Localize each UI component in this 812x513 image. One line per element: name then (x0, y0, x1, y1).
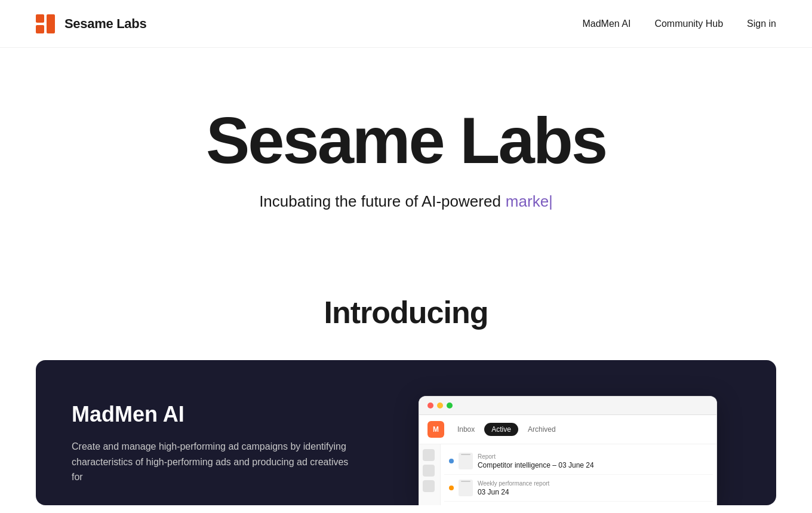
mock-tab-active[interactable]: Active (484, 423, 518, 436)
mock-app-content: M Inbox Active Archived (419, 415, 716, 505)
mock-sidebar (419, 444, 441, 505)
mock-app-header: M Inbox Active Archived (419, 415, 716, 444)
mock-app-avatar: M (427, 421, 444, 438)
mock-list-label-2: Weekly performance report (478, 480, 708, 487)
mock-app-body: Report Competitor intelligence – 03 June… (419, 444, 716, 505)
mock-app-window: M Inbox Active Archived (419, 396, 717, 505)
hero-subtitle-highlight: marke| (506, 192, 553, 211)
product-card-content: MadMen AI Create and manage high-perform… (72, 396, 359, 485)
mock-list-title-1: Competitor intelligence – 03 June 24 (478, 461, 708, 469)
mock-sidebar-icon-2 (423, 465, 435, 477)
mock-doc-icon-1 (459, 453, 473, 469)
svg-rect-0 (36, 14, 44, 23)
nav-link-madmen-ai[interactable]: MadMen AI (582, 19, 630, 29)
logo-text: Sesame Labs (64, 16, 146, 32)
hero-subtitle: Incubating the future of AI-powered mark… (259, 192, 553, 211)
svg-rect-1 (36, 25, 44, 33)
mock-list-label-1: Report (478, 453, 708, 460)
mock-dot-green (447, 403, 453, 408)
mock-tab-archived[interactable]: Archived (521, 423, 563, 436)
mock-list: Report Competitor intelligence – 03 June… (441, 444, 716, 505)
hero-section: Sesame Labs Incubating the future of AI-… (0, 48, 812, 259)
mock-sidebar-icon-3 (423, 480, 435, 492)
mock-tabs: Inbox Active Archived (450, 423, 563, 436)
product-card: MadMen AI Create and manage high-perform… (36, 360, 776, 505)
mock-tab-inbox[interactable]: Inbox (450, 423, 482, 436)
product-card-desc: Create and manage high-performing ad cam… (72, 439, 358, 485)
mock-dot-red (427, 403, 433, 408)
navigation: Sesame Labs MadMen AI Community Hub Sign… (0, 0, 812, 48)
product-card-title: MadMen AI (72, 402, 359, 427)
mock-list-title-2: 03 Jun 24 (478, 488, 708, 496)
hero-subtitle-prefix: Incubating the future of AI-powered (259, 192, 501, 211)
nav-links: MadMen AI Community Hub Sign in (582, 19, 776, 29)
introducing-title: Introducing (36, 294, 776, 330)
svg-rect-2 (47, 14, 55, 33)
logo-area[interactable]: Sesame Labs (36, 14, 146, 33)
mock-list-item-2: Weekly performance report 03 Jun 24 (444, 475, 713, 502)
nav-link-sign-in[interactable]: Sign in (747, 19, 776, 29)
mock-indicator-orange (449, 486, 454, 490)
mock-list-item: Report Competitor intelligence – 03 June… (444, 448, 713, 475)
mock-doc-icon-2 (459, 480, 473, 496)
mock-list-text-2: Weekly performance report 03 Jun 24 (478, 480, 708, 496)
mock-sidebar-icon-1 (423, 449, 435, 461)
hero-title: Sesame Labs (206, 107, 606, 173)
nav-link-community-hub[interactable]: Community Hub (654, 19, 723, 29)
mock-indicator-blue (449, 459, 454, 463)
introducing-section: Introducing (0, 259, 812, 330)
logo-icon (36, 14, 57, 33)
mock-titlebar (419, 397, 716, 415)
mock-list-text-1: Report Competitor intelligence – 03 June… (478, 453, 708, 469)
product-card-screenshot: M Inbox Active Archived (395, 396, 740, 505)
mock-dot-yellow (437, 403, 443, 408)
